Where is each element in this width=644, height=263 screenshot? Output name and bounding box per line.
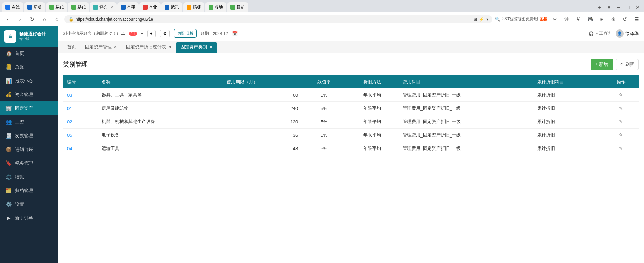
code-link[interactable]: 03: [67, 93, 72, 98]
page-tab-fixed-asset-category[interactable]: 固定资产类别 ✕: [176, 42, 217, 53]
browser-tab-企业[interactable]: 企业: [139, 2, 161, 12]
tab-close-icon[interactable]: ✕: [110, 5, 113, 10]
toolbar-icons: ✂ 译 ¥ 🎮 ⊞ ☀ ↺ ☰: [550, 14, 641, 24]
tab-favicon: [230, 5, 235, 10]
browser-tab-新版[interactable]: 新版: [24, 2, 45, 12]
currency-icon[interactable]: ¥: [573, 14, 583, 24]
calendar-icon[interactable]: 📅: [232, 31, 238, 36]
sidebar-item-settlement[interactable]: ⚖️ 结账: [0, 170, 58, 184]
sidebar-item-invoice[interactable]: 🧾 发票管理: [0, 129, 58, 143]
settings-btn[interactable]: ⚙: [160, 30, 170, 37]
translate-icon[interactable]: 译: [562, 14, 571, 24]
tab-list-button[interactable]: ≡: [605, 3, 613, 11]
edit-icon[interactable]: ✎: [619, 119, 623, 124]
cell-expense_subject: 管理费用_固定资产折旧_一级: [399, 115, 533, 129]
history-icon[interactable]: ↺: [620, 14, 630, 24]
sidebar-item-settings[interactable]: ⚙️ 设置: [0, 198, 58, 211]
tab-label: 各地: [215, 4, 223, 10]
header-dropdown[interactable]: ▾: [141, 31, 143, 36]
browser-tab-个税[interactable]: 个税: [117, 2, 139, 12]
user-avatar: 👤: [616, 29, 624, 38]
support-btn[interactable]: 🎧 人工咨询: [589, 31, 611, 36]
maximize-button[interactable]: □: [624, 3, 632, 11]
forward-button[interactable]: ›: [15, 14, 25, 24]
sidebar-item-tax[interactable]: 🔖 税务管理: [0, 156, 58, 170]
browser-tab-目前[interactable]: 目前: [227, 2, 248, 12]
scissors-icon[interactable]: ✂: [550, 14, 560, 24]
code-link[interactable]: 04: [67, 146, 72, 151]
browser-tab-腾讯[interactable]: 腾讯: [161, 2, 182, 12]
cell-residual_rate: 5%: [302, 115, 346, 129]
sidebar-item-stock[interactable]: 📦 进销台账: [0, 143, 58, 156]
page-tab-close-icon[interactable]: ✕: [168, 45, 172, 49]
browser-tab-好会[interactable]: 好会 ✕: [90, 2, 117, 12]
home-button[interactable]: ⌂: [40, 14, 49, 24]
url-dropdown-icon[interactable]: ▾: [486, 17, 488, 22]
minimize-button[interactable]: ─: [615, 3, 623, 11]
support-icon: 🎧: [589, 31, 594, 36]
table-row: 03器具、工具、家具等605%年限平均管理费用_固定资产折旧_一级累计折旧✎: [63, 88, 639, 102]
refresh-button[interactable]: ↻ 刷新: [616, 59, 639, 70]
add-icon-btn[interactable]: +: [147, 30, 156, 37]
browser-tab-在线[interactable]: 在线: [2, 2, 23, 12]
code-link[interactable]: 02: [67, 119, 72, 124]
switch-version-btn[interactable]: 切到旧版: [174, 29, 197, 38]
guide-icon: ▶: [5, 215, 12, 221]
tab-favicon: [209, 5, 213, 10]
fixed-asset-icon: 🏢: [5, 105, 12, 111]
sidebar-item-fund[interactable]: 💰 资金管理: [0, 88, 58, 101]
url-text: https://cloud.chanjet.com/accounting/uw1…: [76, 17, 471, 22]
back-button[interactable]: ‹: [3, 14, 12, 24]
page-tab-fixed-asset-mgmt[interactable]: 固定资产管理 ✕: [81, 42, 121, 53]
game-icon[interactable]: 🎮: [585, 14, 595, 24]
grid-icon[interactable]: ⊞: [597, 14, 606, 24]
add-button[interactable]: + 新增: [591, 59, 613, 70]
sidebar-item-label: 税务管理: [15, 160, 33, 166]
page-tab-close-icon[interactable]: ✕: [114, 45, 117, 49]
browser-tab-畅捷[interactable]: 畅捷: [183, 2, 204, 12]
edit-icon[interactable]: ✎: [619, 106, 623, 111]
cell-action: ✎: [604, 142, 639, 155]
edit-icon[interactable]: ✎: [619, 146, 623, 151]
brightness-icon[interactable]: ☀: [608, 14, 618, 24]
tab-label: 好会: [99, 4, 108, 10]
edit-icon[interactable]: ✎: [619, 132, 623, 138]
reload-button[interactable]: ↻: [27, 14, 37, 24]
hot-tag: 热搜: [540, 16, 547, 22]
page-tab-fixed-asset-depr[interactable]: 固定资产折旧统计表 ✕: [122, 42, 176, 53]
sidebar-item-report[interactable]: 📊 报表中心: [0, 74, 58, 88]
menu-icon[interactable]: ☰: [632, 14, 641, 24]
browser-tab-易代[interactable]: 易代: [68, 2, 89, 12]
lightning-icon: ⚡: [479, 17, 484, 22]
sidebar-item-payroll[interactable]: 👥 工资: [0, 115, 58, 129]
edit-icon[interactable]: ✎: [619, 92, 623, 98]
tax-icon: 🔖: [5, 160, 12, 166]
sidebar-item-home[interactable]: 🏠 首页: [0, 47, 58, 60]
url-bar[interactable]: 🔒 https://cloud.chanjet.com/accounting/u…: [64, 15, 492, 23]
bookmark-button[interactable]: ☆: [52, 14, 62, 24]
address-bar: ‹ › ↻ ⌂ ☆ 🔒 https://cloud.chanjet.com/ac…: [0, 12, 644, 26]
browser-tab-各地[interactable]: 各地: [205, 2, 226, 12]
cell-residual_rate: 5%: [302, 129, 346, 142]
tab-label: 企业: [149, 4, 157, 10]
page-tab-close-icon[interactable]: ✕: [209, 45, 213, 49]
code-link[interactable]: 05: [67, 133, 72, 138]
cell-name: 器具、工具、家具等: [98, 88, 222, 102]
cell-name: 房屋及建筑物: [98, 102, 222, 115]
sidebar-item-fixed-asset[interactable]: 🏢 固定资产: [0, 101, 58, 115]
sidebar-item-label: 首页: [15, 50, 24, 57]
tab-label: 腾讯: [171, 4, 179, 10]
sidebar-item-ledger[interactable]: 📒 总账: [0, 60, 58, 74]
username-label: 徐泽华: [625, 31, 639, 37]
page-tab-home[interactable]: 首页: [63, 42, 80, 53]
app-header: 刘小艳演示账套（勿删勿动！）11 11 ▾ + ⚙ 切到旧版 账期 2023-1…: [58, 26, 644, 41]
sidebar-item-label: 发票管理: [15, 133, 33, 139]
sidebar-item-archive[interactable]: 🗂️ 归档管理: [0, 184, 58, 198]
sidebar-item-guide[interactable]: ▶ 新手引导: [0, 211, 58, 225]
new-tab-button[interactable]: +: [595, 3, 604, 11]
cell-depr_method: 年限平均: [346, 102, 399, 115]
code-link[interactable]: 01: [67, 106, 72, 111]
cell-depr_method: 年限平均: [346, 129, 399, 142]
close-window-button[interactable]: ✕: [634, 3, 642, 11]
browser-tab-易代[interactable]: 易代: [46, 2, 67, 12]
